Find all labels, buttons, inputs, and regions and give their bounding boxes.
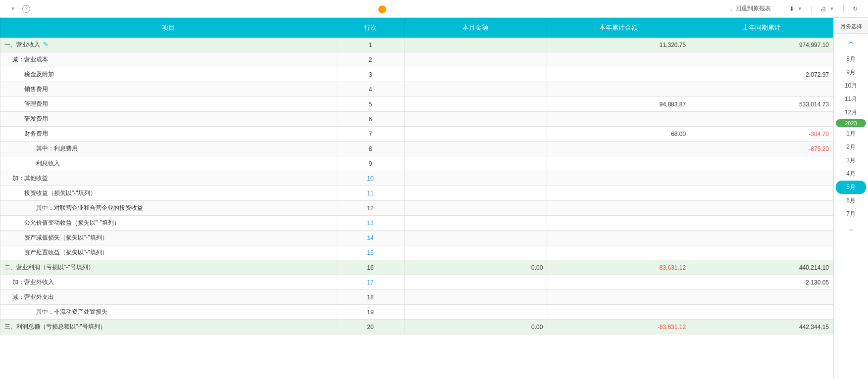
status-tag — [378, 5, 386, 13]
month-item[interactable]: 11月 — [834, 93, 868, 106]
cell-prev — [690, 156, 833, 171]
month-sidebar: 月份选择 ⌃ 8月9月10月11月12月20231月2月3月4月5月6月7月 ⌄ — [833, 18, 868, 379]
cell-prev: 440,214.10 — [690, 260, 833, 275]
table-row: 管理费用594,883.87533,014.73 — [0, 97, 833, 112]
cell-item: 公允价值变动收益（损失以"-"填列） — [0, 216, 337, 231]
cell-prev: 2,130.05 — [690, 275, 833, 290]
cell-prev — [690, 82, 833, 97]
cell-prev — [690, 216, 833, 231]
cell-month — [404, 201, 547, 216]
cell-prev — [690, 112, 833, 127]
cell-row-num: 19 — [337, 305, 404, 320]
month-item[interactable]: 7月 — [834, 207, 868, 221]
cell-row-num: 1 — [337, 38, 404, 52]
cell-year: 68.00 — [547, 127, 690, 142]
cell-prev — [690, 305, 833, 320]
print-icon: 🖨 — [820, 5, 826, 12]
table-body: 一、营业收入✎111,320.75974,997.10减：营业成本2税金及附加3… — [0, 38, 833, 334]
month-item[interactable]: 4月 — [834, 167, 868, 181]
scope-dropdown[interactable]: ▼ — [6, 5, 18, 12]
cell-year — [547, 112, 690, 127]
cell-prev: -304.70 — [690, 127, 833, 142]
cell-year — [547, 67, 690, 82]
help-icon[interactable]: ? — [22, 5, 30, 13]
refresh-button[interactable]: ↻ — [850, 4, 862, 13]
table-row: 三、利润总额（亏损总额以"-"号填列）200.00-83,631.12442,3… — [0, 320, 833, 334]
cell-year — [547, 305, 690, 320]
cell-row-num: 10 — [337, 171, 404, 186]
cell-item: 二、营业利润（亏损以"-"号填列） — [0, 260, 337, 275]
cell-item: 销售费用 — [0, 82, 337, 97]
cell-year: -83,631.12 — [547, 320, 690, 334]
cell-month — [404, 186, 547, 201]
cell-month — [404, 67, 547, 82]
nav-down-icon[interactable]: ⌄ — [845, 221, 857, 236]
cell-row-num: 2 — [337, 52, 404, 67]
nav-up-icon[interactable]: ⌃ — [845, 38, 857, 52]
cell-month — [404, 290, 547, 305]
month-item[interactable]: 5月 — [836, 181, 866, 194]
cell-year — [547, 171, 690, 186]
month-item[interactable]: 3月 — [834, 154, 868, 167]
month-item[interactable]: 9月 — [834, 66, 868, 79]
edit-icon[interactable]: ✎ — [43, 41, 49, 48]
cell-prev — [690, 186, 833, 201]
cell-row-num: 16 — [337, 260, 404, 275]
cell-year — [547, 290, 690, 305]
cell-month: 0.00 — [404, 260, 547, 275]
table-row: 其中：非流动资产处置损失19 — [0, 305, 833, 320]
report-table: 项目 行次 本月金额 本年累计金额 上年同期累计 一、营业收入✎111,320.… — [0, 18, 833, 334]
cell-prev: 2,072.97 — [690, 67, 833, 82]
cell-prev — [690, 52, 833, 67]
cell-item: 资产处置收益（损失以"-"填列） — [0, 245, 337, 260]
table-row: 研发费用6 — [0, 112, 833, 127]
cell-item: 研发费用 — [0, 112, 337, 127]
month-list: 8月9月10月11月12月20231月2月3月4月5月6月7月 — [834, 52, 868, 221]
month-item[interactable]: 1月 — [834, 127, 868, 141]
cell-row-num: 12 — [337, 201, 404, 216]
sidebar-header: 月份选择 — [834, 20, 868, 34]
print-button[interactable]: 🖨 ▼ — [817, 4, 837, 13]
th-month: 本月金额 — [404, 18, 547, 38]
back-icon: ↓ — [729, 5, 732, 12]
month-item[interactable]: 10月 — [834, 79, 868, 93]
table-row: 加：营业外收入172,130.05 — [0, 275, 833, 290]
month-item[interactable]: 8月 — [834, 52, 868, 66]
cell-prev — [690, 290, 833, 305]
table-row: 减：营业成本2 — [0, 52, 833, 67]
cell-month — [404, 52, 547, 67]
cell-year: -83,631.12 — [547, 260, 690, 275]
cell-year: 94,883.87 — [547, 97, 690, 112]
cell-row-num: 6 — [337, 112, 404, 127]
month-item[interactable]: 2月 — [834, 141, 868, 154]
chevron-down-icon-2: ▼ — [797, 6, 802, 11]
table-row: 投资收益（损失以"-"填列）11 — [0, 186, 833, 201]
table-row: 减：营业外支出18 — [0, 290, 833, 305]
table-row: 财务费用768.00-304.70 — [0, 127, 833, 142]
month-item[interactable]: 2023 — [836, 119, 866, 127]
cell-month — [404, 112, 547, 127]
top-bar-left: ▼ ? — [6, 5, 30, 13]
cell-item: 减：营业外支出 — [0, 290, 337, 305]
cell-month — [404, 82, 547, 97]
cell-year: 11,320.75 — [547, 38, 690, 52]
cell-month — [404, 231, 547, 245]
table-row: 销售费用4 — [0, 82, 833, 97]
cell-row-num: 3 — [337, 67, 404, 82]
refresh-icon: ↻ — [853, 5, 858, 12]
download-button[interactable]: ⬇ ▼ — [786, 4, 805, 13]
chevron-down-icon: ▼ — [10, 6, 15, 11]
th-item: 项目 — [0, 18, 337, 38]
cell-prev — [690, 171, 833, 186]
back-button[interactable]: ↓ 回退到原报表 — [726, 3, 774, 14]
cell-row-num: 11 — [337, 186, 404, 201]
cell-month — [404, 171, 547, 186]
back-label: 回退到原报表 — [735, 4, 771, 13]
table-row: 加：其他收益10 — [0, 171, 833, 186]
cell-row-num: 9 — [337, 156, 404, 171]
month-item[interactable]: 12月 — [834, 106, 868, 119]
cell-item: 管理费用 — [0, 97, 337, 112]
month-item[interactable]: 6月 — [834, 194, 868, 207]
cell-prev — [690, 201, 833, 216]
table-row: 一、营业收入✎111,320.75974,997.10 — [0, 38, 833, 52]
